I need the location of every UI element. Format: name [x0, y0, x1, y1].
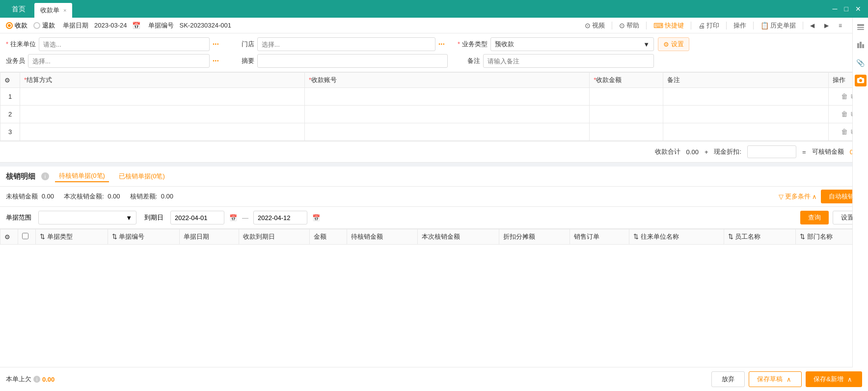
history-btn[interactable]: 📋 历史单据: [758, 21, 799, 30]
pending-tab[interactable]: 待核销单据(0笔): [55, 170, 109, 182]
party-input[interactable]: [39, 37, 210, 51]
range-field: 单据范围 ▼: [6, 211, 136, 224]
abandon-btn[interactable]: 放弃: [711, 371, 745, 387]
form-section: * 往来单位 ··· 门店 ··· * 业务类型 预: [0, 33, 868, 72]
done-tab[interactable]: 已核销单据(0笔): [115, 171, 169, 182]
discount-input[interactable]: [747, 145, 796, 158]
side-paperclip-icon[interactable]: 📎: [855, 57, 867, 69]
save-draft-btn[interactable]: 保存草稿 ∧: [749, 371, 802, 387]
sort-icon-5: ⇅: [800, 233, 805, 240]
print-icon: 🖨: [698, 22, 705, 29]
row-remark-2[interactable]: [663, 106, 829, 123]
radio-collection[interactable]: 收款: [6, 21, 27, 30]
calendar-from-icon[interactable]: 📅: [229, 214, 237, 222]
next-btn[interactable]: ▶: [821, 22, 832, 29]
side-table-icon[interactable]: [855, 22, 867, 33]
reconcile-header: 核销明细 i 待核销单据(0笔) 已核销单据(0笔): [0, 167, 868, 187]
plus-label: +: [705, 148, 708, 156]
row-settle-2[interactable]: [20, 106, 305, 123]
right-panel: 📎: [852, 18, 868, 367]
store-more-btn[interactable]: ···: [435, 40, 448, 49]
layout-btn[interactable]: ≡: [836, 22, 845, 29]
reconcile-gear-col[interactable]: ⚙: [0, 229, 18, 245]
reconcile-check-col: [18, 229, 36, 245]
save-new-dropdown-icon[interactable]: ∧: [845, 376, 854, 383]
summary-input[interactable]: [257, 54, 448, 68]
radio-refund-label: 退款: [42, 21, 55, 30]
row-account-2[interactable]: [305, 106, 590, 123]
date-value: 2023-03-24: [94, 22, 127, 29]
row-num-2: 2: [0, 106, 20, 123]
calendar-icon[interactable]: 📅: [132, 22, 140, 29]
reconcile-info-icon[interactable]: i: [41, 172, 49, 180]
divider-4: [726, 22, 727, 29]
help-btn[interactable]: ⊙ 帮助: [616, 21, 642, 30]
date-from-input[interactable]: [170, 211, 224, 224]
history-icon: 📋: [760, 22, 769, 29]
radio-refund[interactable]: 退款: [33, 21, 55, 30]
reconcile-type-col: ⇅ 单据类型: [36, 229, 108, 245]
staff-input[interactable]: [28, 54, 210, 68]
svg-point-7: [859, 79, 862, 82]
minimize-btn[interactable]: ─: [830, 5, 841, 13]
close-tab-icon[interactable]: ×: [63, 7, 66, 13]
table-row: 2 🗑 ⧉: [0, 106, 868, 123]
side-camera-icon[interactable]: [855, 75, 867, 86]
row-amount-3[interactable]: [590, 123, 663, 141]
print-btn[interactable]: 🖨 打印: [695, 21, 722, 30]
divider-3: [691, 22, 691, 29]
biz-type-select[interactable]: 预收款 ▼: [490, 37, 654, 51]
reconcile-check-all[interactable]: [22, 233, 28, 239]
current-stat: 本次核销金额: 0.00: [64, 192, 120, 201]
svg-rect-3: [857, 43, 859, 48]
store-input[interactable]: [257, 37, 435, 51]
row-remark-1[interactable]: [663, 88, 829, 106]
svg-rect-5: [862, 44, 864, 48]
delete-row-3-icon[interactable]: 🗑: [841, 128, 848, 136]
row-remark-3[interactable]: [663, 123, 829, 141]
sort-icon: ⇅: [40, 233, 45, 240]
staff-more-btn[interactable]: ···: [210, 56, 222, 65]
svg-rect-1: [857, 27, 864, 28]
operation-btn[interactable]: 操作: [731, 21, 749, 30]
side-chart-icon[interactable]: [855, 39, 867, 51]
video-btn[interactable]: ⊙ 视频: [582, 21, 608, 30]
footer-bar: 本单上欠 i 0.00 放弃 保存草稿 ∧ 保存&新增 ∧: [0, 367, 868, 391]
remark-input[interactable]: [483, 54, 654, 68]
divider-1: [612, 22, 612, 29]
shortcut-btn[interactable]: ⌨ 快捷键: [651, 21, 687, 30]
reconcile-date-col: 单据日期: [180, 229, 239, 245]
home-tab[interactable]: 首页: [4, 0, 33, 18]
delete-row-2-icon[interactable]: 🗑: [841, 110, 848, 118]
info-icon-footer[interactable]: i: [33, 376, 40, 383]
party-field: * 往来单位 ···: [6, 37, 222, 51]
calendar-to-icon[interactable]: 📅: [312, 214, 320, 222]
bill-no-value: SK-20230324-001: [180, 22, 232, 29]
form-settings-btn[interactable]: ⚙ 设置: [658, 37, 689, 51]
save-draft-dropdown-icon[interactable]: ∧: [785, 376, 793, 383]
total-value: 0.00: [686, 148, 699, 156]
party-more-btn[interactable]: ···: [210, 40, 222, 49]
row-amount-1[interactable]: [590, 88, 663, 106]
party-label: * 往来单位: [6, 40, 39, 49]
gear-col-header[interactable]: ⚙: [0, 73, 20, 88]
prev-btn[interactable]: ◀: [807, 22, 817, 29]
row-settle-1[interactable]: [20, 88, 305, 106]
reconcile-table: ⚙ ⇅ 单据类型 ⇅ 单据编号 单据日期: [0, 229, 868, 245]
row-amount-2[interactable]: [590, 106, 663, 123]
more-conditions-btn[interactable]: ▽ 更多条件 ∧: [779, 192, 817, 201]
diff-stat: 核销差额: 0.00: [130, 192, 174, 201]
row-settle-3[interactable]: [20, 123, 305, 141]
save-new-btn[interactable]: 保存&新增 ∧: [806, 371, 862, 387]
collection-tab[interactable]: 收款单 ×: [34, 3, 72, 18]
row-account-3[interactable]: [305, 123, 590, 141]
row-account-1[interactable]: [305, 88, 590, 106]
date-to-input[interactable]: [253, 211, 307, 224]
close-btn[interactable]: ✕: [852, 5, 864, 13]
top-nav: 首页 收款单 × ─ □ ✕: [0, 0, 868, 18]
delete-row-1-icon[interactable]: 🗑: [841, 92, 848, 101]
maximize-btn[interactable]: □: [841, 5, 851, 13]
window-controls: ─ □ ✕: [830, 5, 864, 13]
range-select[interactable]: ▼: [38, 211, 136, 224]
query-btn[interactable]: 查询: [800, 211, 829, 224]
